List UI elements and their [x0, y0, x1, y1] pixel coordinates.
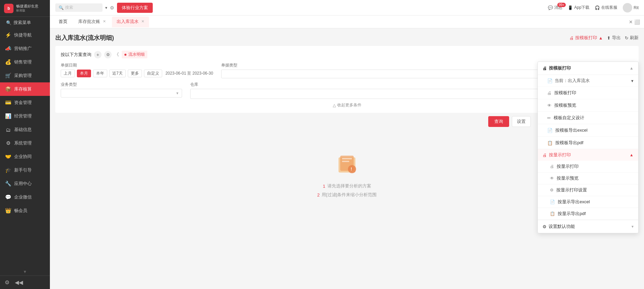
finance-icon: 💳 [5, 99, 11, 106]
business-type-label: 业务类型 [61, 82, 182, 87]
industry-solution-button[interactable]: 体验行业方案 [117, 3, 153, 13]
topbar-search-box[interactable]: 🔍 搜索 [55, 3, 103, 12]
display-excel-label: 按显示导出excel [558, 199, 590, 205]
tab-maximize-button[interactable]: ⬜ [634, 19, 640, 25]
filter-settings-button[interactable]: ⚙ [104, 51, 112, 58]
dropdown-arrow-icon: ▾ [105, 5, 107, 10]
dropdown-item-display-excel[interactable]: 📄 按显示导出excel [538, 196, 638, 208]
date-btn-this-year[interactable]: 本年 [93, 70, 107, 77]
topbar-search-placeholder: 搜索 [65, 5, 73, 10]
sidebar-label-basic: 基础信息 [14, 127, 32, 133]
dropdown-item-template-pdf[interactable]: 📋 按模板导出pdf [538, 137, 638, 149]
tab-inventory-flow-close[interactable]: ✕ [141, 19, 144, 24]
dropdown-item-display-print[interactable]: 🖨 按显示打印 [538, 161, 638, 173]
dropdown-item-display-settings[interactable]: ⚙ 按显示打印设置 [538, 184, 638, 196]
hint2-text: 用[过滤]条件来缩小分析范围 [322, 192, 377, 198]
inventory-icon: 📦 [5, 86, 11, 93]
sidebar-bottom: ⚙ ◀◀ [0, 275, 50, 289]
sidebar-label-purchase: 采购管理 [14, 73, 32, 79]
dropdown-print-icon: 🖨 [543, 66, 547, 71]
tab-close-all-button[interactable]: ✕ [629, 19, 633, 25]
dropdown-display-title: 🖨 按显示打印 [543, 152, 571, 158]
message-button[interactable]: 💬 消息 99+ [548, 5, 562, 10]
sidebar-item-basic[interactable]: 🗂 基础信息 [0, 123, 50, 136]
date-btn-more[interactable]: 更多 [128, 70, 142, 77]
sidebar-item-marketing[interactable]: 📣 营销推广 [0, 42, 50, 55]
message-badge: 99+ [557, 3, 566, 7]
date-btn-7-days[interactable]: 近7天 [109, 70, 126, 77]
sidebar-label-member: 畅会员 [14, 208, 27, 214]
display-excel-icon: 📄 [550, 200, 555, 204]
sidebar-item-apps[interactable]: 🔧 应用中心 [0, 177, 50, 190]
online-service-button[interactable]: 🎧 在线客服 [595, 5, 617, 10]
apps-icon: 🔧 [5, 180, 11, 187]
sidebar-label-quick-nav: 快捷导航 [14, 32, 32, 38]
dropdown-item-display-pdf[interactable]: 📋 按显示导出pdf [538, 208, 638, 220]
svg-point-4 [348, 165, 356, 173]
dropdown-item-template-preview[interactable]: 👁 按模板预览 [538, 99, 638, 112]
refresh-button[interactable]: ↻ 刷新 [625, 35, 639, 41]
sidebar-item-system[interactable]: ⚙ 系统管理 [0, 136, 50, 150]
collapse-more-label: 收起更多条件 [337, 102, 361, 108]
display-print-icon: 🖨 [550, 164, 554, 169]
display-section-label: 按显示打印 [549, 152, 571, 158]
date-btn-this-month[interactable]: 本月 [77, 70, 91, 77]
settings-bottom-icon[interactable]: ⚙ [5, 279, 9, 286]
business-type-select[interactable]: ▾ [61, 89, 182, 98]
user-avatar[interactable]: Rit [623, 3, 639, 12]
sidebar-item-operation[interactable]: 📊 经营管理 [0, 109, 50, 123]
export-button[interactable]: ⬆ 导出 [607, 35, 621, 41]
date-btn-custom[interactable]: 自定义 [144, 70, 162, 77]
sidebar-item-member[interactable]: 👑 畅会员 [0, 204, 50, 217]
empty-state-icon: ! [333, 151, 360, 178]
sidebar-item-purchase[interactable]: 🛒 采购管理 [0, 69, 50, 82]
sidebar: b 畅捷通好生意 标准版 🔍 搜索菜单 ⚡ 快捷导航 📣 营销推广 💰 销售管理… [0, 0, 50, 289]
query-action-bar: 查询 设置 [55, 116, 531, 127]
sidebar-scroll-down[interactable]: ▼ [0, 268, 50, 275]
template-custom-label: 模板自定义设计 [554, 115, 584, 121]
tab-inventory-flow[interactable]: 出入库流水 ✕ [112, 17, 149, 27]
dropdown-footer-title: ⚙ 设置默认功能 [543, 224, 575, 230]
enterprise-icon: 🤝 [5, 153, 11, 160]
dropdown-footer[interactable]: ⚙ 设置默认功能 ▾ [538, 220, 638, 233]
sidebar-item-inventory[interactable]: 📦 库存核算 [0, 82, 50, 96]
tab-batch-account[interactable]: 库存批次账 ✕ [74, 17, 111, 27]
purchase-icon: 🛒 [5, 72, 11, 79]
collapse-sidebar-icon[interactable]: ◀◀ [15, 279, 23, 286]
sidebar-item-quick-nav[interactable]: ⚡ 快捷导航 [0, 28, 50, 42]
topbar-left: 🔍 搜索 ▾ ⚙ 体验行业方案 [55, 3, 544, 13]
template-print-item-label: 按模板打印 [554, 90, 576, 96]
sidebar-item-enterprise[interactable]: 🤝 企业协同 [0, 150, 50, 163]
app-download-button[interactable]: 📱 App下载 [568, 5, 589, 10]
settings-button[interactable]: 设置 [512, 116, 531, 127]
dropdown-header[interactable]: 🖨 按模板打印 ▲ [538, 62, 638, 75]
dropdown-section-header-display[interactable]: 🖨 按显示打印 ▲ [538, 149, 638, 161]
current-template-icon: 📄 [547, 78, 553, 83]
sidebar-search[interactable]: 🔍 搜索菜单 [0, 17, 50, 28]
guide-icon: 🎓 [5, 167, 11, 174]
filter-top-bar: 按以下方案查询 + ⚙ 《 流水明细 [61, 51, 633, 58]
display-pdf-icon: 📋 [550, 211, 555, 216]
filter-add-button[interactable]: + [94, 51, 101, 58]
tab-home[interactable]: 首页 [54, 17, 72, 27]
dropdown-item-template-print[interactable]: 🖨 按模板打印 [538, 87, 638, 99]
sidebar-label-sales: 销售管理 [14, 59, 32, 65]
dropdown-item-template-excel[interactable]: 📄 按模板导出excel [538, 124, 638, 137]
template-pdf-icon: 📋 [547, 140, 553, 146]
dropdown-item-display-preview[interactable]: 👁 按显示预览 [538, 173, 638, 184]
query-button[interactable]: 查询 [488, 116, 509, 127]
topbar-gear-icon[interactable]: ⚙ [110, 5, 114, 10]
dropdown-item-template-custom[interactable]: ✏ 模板自定义设计 [538, 112, 638, 124]
tab-batch-account-close[interactable]: ✕ [103, 19, 106, 24]
sidebar-item-wechat[interactable]: 💬 企业微信 [0, 190, 50, 204]
date-btn-last-month[interactable]: 上月 [61, 70, 75, 77]
template-excel-icon: 📄 [547, 128, 553, 133]
display-preview-icon: 👁 [550, 176, 554, 181]
topbar-dropdown[interactable]: ▾ [105, 5, 107, 10]
display-section-arrow: ▲ [630, 153, 634, 157]
sidebar-item-sales[interactable]: 💰 销售管理 [0, 55, 50, 69]
sidebar-item-guide[interactable]: 🎓 新手引导 [0, 163, 50, 177]
filter-collapse-button[interactable]: 《 [114, 52, 119, 58]
sidebar-item-finance[interactable]: 💳 资金管理 [0, 96, 50, 109]
template-print-button[interactable]: 🖨 按模板打印 ▲ [569, 35, 603, 41]
